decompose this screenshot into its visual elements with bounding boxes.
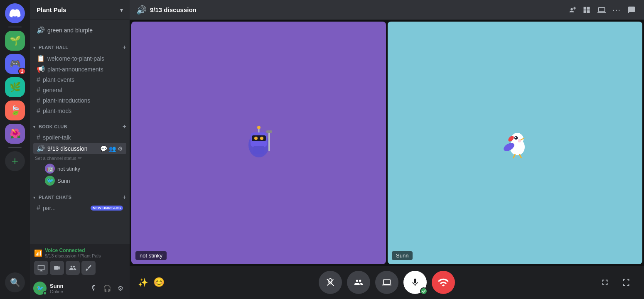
server-icon-4[interactable]: 🍃 — [5, 100, 25, 120]
channel-welcome[interactable]: 📋 welcome-to-plant-pals — [33, 53, 126, 64]
headphone-button[interactable]: 🎧 — [101, 282, 113, 294]
add-channel-book-club[interactable]: + — [123, 123, 126, 130]
more-button[interactable]: ··· — [611, 4, 622, 16]
category-name-plant-hall: PLANT HALL — [39, 45, 68, 50]
channel-party[interactable]: # par... NEW UNREADS — [33, 203, 126, 213]
voice-participant-2[interactable]: 🐦 Sunn — [33, 175, 126, 186]
category-plant-hall[interactable]: ▾ PLANT HALL + — [30, 37, 130, 53]
category-plant-chats[interactable]: ▾ PLANT CHATS + — [30, 187, 130, 203]
channel-introductions[interactable]: # plant-introductions — [33, 96, 126, 105]
avatar-not-stinky — [240, 122, 278, 164]
add-channel-plant-hall[interactable]: + — [123, 44, 126, 51]
fullscreen-button[interactable] — [617, 273, 636, 292]
discover-icon[interactable]: 🔍 — [5, 272, 25, 292]
category-book-club[interactable]: ▾ BOOK CLUB + — [30, 116, 130, 132]
bottom-bar-right — [596, 273, 636, 292]
svg-line-18 — [513, 154, 515, 158]
channel-item-voice-top[interactable]: 🔊 green and blurple — [33, 24, 126, 37]
video-tile-sunn: Sunn — [388, 22, 642, 264]
megaphone-icon: 📢 — [37, 65, 45, 73]
voice-screen-icon[interactable] — [34, 261, 48, 275]
channel-events[interactable]: # plant-events — [33, 75, 126, 85]
top-bar-actions: ··· — [566, 4, 637, 16]
voice-participant-1[interactable]: 🤖 not stinky — [33, 163, 126, 174]
server-divider — [8, 27, 22, 27]
main-content: 🔊 9/13 discussion ··· — [130, 0, 644, 299]
voice-signal-icon: 📶 — [34, 249, 42, 257]
add-channel-plant-chats[interactable]: + — [123, 194, 126, 201]
expand-button[interactable] — [596, 273, 614, 292]
server-divider-2 — [8, 147, 22, 148]
edit-icon[interactable]: ✏ — [78, 155, 82, 161]
svg-rect-7 — [253, 146, 264, 154]
server-header[interactable]: Plant Pals ▾ — [30, 0, 130, 20]
user-status-dot — [43, 291, 47, 295]
chat-toggle-button[interactable] — [626, 4, 637, 16]
channel-spoiler[interactable]: # spoiler-talk — [33, 132, 126, 142]
video-tile-not-stinky: not stinky — [131, 22, 386, 264]
voice-connected-info: Voice Connected 9/13 discussion / Plant … — [45, 248, 101, 258]
voice-connected-section: 📶 Voice Connected 9/13 discussion / Plan… — [34, 248, 125, 258]
server-dropdown-icon: ▾ — [120, 7, 123, 13]
channel-name-announcements: plant-announcements — [47, 66, 123, 73]
channel-mods[interactable]: # plant-mods — [33, 106, 126, 116]
server-icon-5[interactable]: 🌺 — [5, 124, 25, 144]
participant-avatar-2: 🐦 — [45, 176, 55, 186]
add-members-button[interactable] — [566, 4, 578, 16]
grid-view-button[interactable] — [581, 4, 592, 16]
user-avatar: 🐦 — [33, 282, 47, 295]
user-panel: 🐦 Sunn Online 🎙 🎧 ⚙ — [30, 277, 130, 299]
voice-camera-icon[interactable] — [50, 261, 64, 275]
settings-icon-small[interactable]: ⚙ — [118, 145, 123, 152]
top-bar: 🔊 9/13 discussion ··· — [130, 0, 644, 20]
channel-list: 🔊 green and blurple ▾ PLANT HALL + 📋 wel… — [30, 20, 130, 244]
server-icon-3[interactable]: 🌿 — [5, 77, 25, 97]
name-tag-not-stinky: not stinky — [135, 251, 167, 260]
settings-button[interactable]: ⚙ — [115, 282, 126, 294]
participants-button[interactable] — [347, 271, 370, 294]
server-badge: 1 — [18, 68, 26, 75]
channel-name-mods: plant-mods — [43, 108, 123, 114]
add-server-button[interactable]: + — [5, 151, 25, 171]
voice-connected-label: Voice Connected — [45, 248, 101, 253]
voice-people-icon[interactable] — [66, 261, 80, 275]
name-tag-sunn: Sunn — [392, 251, 413, 260]
channel-name-top: green and blurple — [47, 27, 123, 34]
channel-name-welcome: welcome-to-plant-pals — [47, 55, 123, 62]
mute-button[interactable] — [319, 271, 342, 294]
category-arrow-plant-chats: ▾ — [33, 195, 35, 200]
hash-icon-party: # — [37, 204, 40, 212]
voice-connected-path: 9/13 discussion / Plant Pals — [45, 253, 101, 258]
chat-icon-small[interactable]: 💬 — [100, 145, 107, 152]
svg-rect-9 — [266, 130, 272, 133]
bottom-bar-left: ✨ 😊 — [138, 277, 165, 288]
server-icon-1[interactable]: 🌱 — [5, 31, 25, 51]
voice-action-buttons — [34, 261, 125, 275]
users-icon-small[interactable]: 👥 — [109, 145, 116, 152]
discord-home-icon[interactable] — [5, 3, 25, 23]
screen-share-button[interactable] — [596, 4, 607, 16]
voice-bar: 📶 Voice Connected 9/13 discussion / Plan… — [30, 244, 130, 277]
channel-name-spoiler: spoiler-talk — [43, 134, 123, 141]
disconnect-button[interactable] — [432, 271, 455, 294]
channel-discussion[interactable]: 🔊 9/13 discussion 💬 👥 ⚙ — [33, 143, 126, 154]
new-unreads-badge: NEW UNREADS — [91, 206, 123, 211]
svg-line-19 — [519, 154, 521, 158]
mic-button[interactable]: 🎙 — [88, 282, 100, 294]
channel-announcements[interactable]: 📢 plant-announcements — [33, 64, 126, 74]
emoji-icon[interactable]: 😊 — [153, 277, 165, 288]
server-icon-2[interactable]: 🎮 1 — [5, 54, 25, 74]
voice-effects-icon[interactable] — [81, 261, 96, 275]
user-info: Sunn Online — [50, 283, 85, 294]
channel-general[interactable]: # general — [33, 85, 126, 95]
voice-icon-discussion: 🔊 — [37, 145, 45, 152]
channel-name-events: plant-events — [43, 76, 123, 83]
category-arrow-book-club: ▾ — [33, 125, 35, 129]
svg-rect-8 — [268, 130, 270, 151]
sparkle-icon[interactable]: ✨ — [138, 277, 148, 287]
svg-rect-2 — [252, 135, 266, 141]
screen-share-main-button[interactable] — [375, 271, 398, 294]
channel-name-general: general — [43, 87, 123, 93]
mic-active-indicator — [420, 287, 428, 295]
avatar-sunn — [497, 124, 534, 162]
